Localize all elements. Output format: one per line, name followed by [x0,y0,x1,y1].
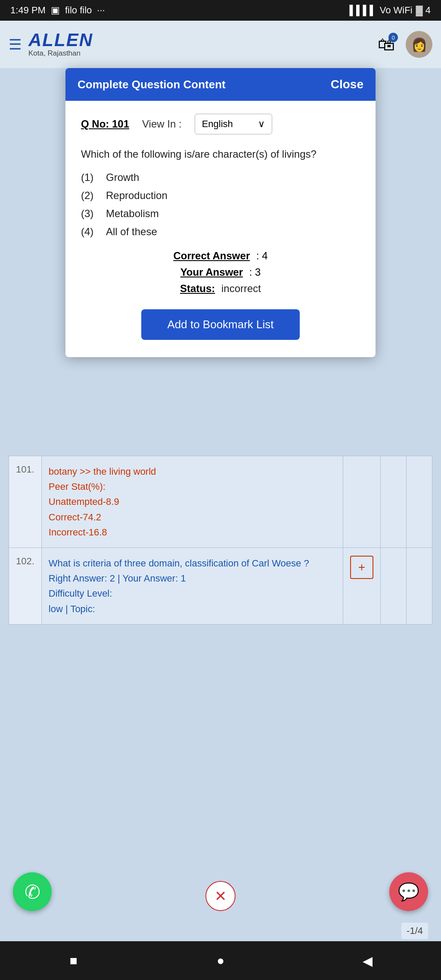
row-1-text: botany >> the living world Peer Stat(%):… [49,466,156,538]
option-1-num: (1) [81,171,99,184]
status-bar-left: 1:49 PM ▣ filo filo ··· [10,5,105,16]
modal: Complete Question Content Close Q No: 10… [65,68,376,357]
nav-home-icon: ● [217,953,224,968]
battery-icon: ▓ 4 [416,5,431,16]
option-4: (4) All of these [81,226,360,238]
logo-sub: Kota, Rajasthan [28,49,93,58]
option-4-text: All of these [106,226,157,238]
nav-left: ☰ ALLEN Kota, Rajasthan [9,31,93,58]
nav-square-icon: ■ [70,953,78,968]
options-list: (1) Growth (2) Reproduction (3) Metaboli… [81,171,360,238]
row-number-cell-2: 102. [9,548,42,624]
chevron-down-icon: ∨ [258,118,265,130]
row-col-5 [407,456,432,548]
option-4-num: (4) [81,226,99,238]
add-to-bookmark-button[interactable]: Add to Bookmark List [141,309,299,340]
signal-icon: ▌▌▌▌ [349,5,376,16]
option-3-num: (3) [81,208,99,220]
status-label: Status: [180,283,215,294]
row2-col-4 [381,548,407,624]
chat-icon: 💬 [398,882,419,902]
modal-body: Q No: 101 View In : English ∨ Which of t… [65,101,376,357]
row-number-cell: 101. [9,456,42,548]
nav-back-icon: ◀ [363,953,373,968]
avatar[interactable]: 👩 [406,31,432,58]
cart-button[interactable]: 🛍 0 [374,32,399,57]
nav-right: 🛍 0 👩 [374,31,432,58]
sim-icon: ▣ [51,5,60,16]
close-circle-button[interactable]: ✕ [205,881,236,911]
whatsapp-icon: ✆ [25,881,40,903]
modal-overlay: Complete Question Content Close Q No: 10… [0,68,441,357]
row-num-2: 102. [16,556,34,566]
nav-back-button[interactable]: ◀ [354,948,380,974]
allen-logo: ALLEN Kota, Rajasthan [28,31,93,58]
top-nav: ☰ ALLEN Kota, Rajasthan 🛍 0 👩 [0,21,441,68]
whatsapp-button[interactable]: ✆ [13,872,52,911]
correct-answer-row: Correct Answer : 4 [81,250,360,262]
page-indicator: -1/4 [401,923,428,939]
modal-header: Complete Question Content Close [65,68,376,101]
row-num-1: 101. [16,464,34,475]
status-bar: 1:49 PM ▣ filo filo ··· ▌▌▌▌ Vo WiFi ▓ 4 [0,0,441,21]
question-text: Which of the following is/are character(… [81,146,360,162]
row-col-4 [381,456,407,548]
table-row: 102. What is criteria of three domain, c… [9,548,432,624]
nav-home-button[interactable]: ● [208,948,233,974]
status-bar-right: ▌▌▌▌ Vo WiFi ▓ 4 [349,5,431,16]
hamburger-icon[interactable]: ☰ [9,36,22,53]
option-2-text: Reproduction [106,190,168,202]
option-1: (1) Growth [81,171,360,184]
row2-col-5 [407,548,432,624]
app-name: filo filo [65,5,92,16]
bookmark-icon-cell[interactable]: + [343,548,381,624]
correct-answer-value: : 4 [256,250,268,261]
option-1-text: Growth [106,171,139,184]
view-in-label: View In : [142,118,182,130]
background-table: 101. botany >> the living world Peer Sta… [9,456,432,625]
chat-button[interactable]: 💬 [389,872,428,911]
option-3-text: Metabolism [106,208,159,220]
logo-text: ALLEN [28,31,93,49]
status-value: incorrect [221,283,261,294]
background-content: 101. botany >> the living world Peer Sta… [0,456,441,625]
option-3: (3) Metabolism [81,208,360,220]
option-2: (2) Reproduction [81,190,360,202]
status-row: Status: incorrect [81,283,360,295]
time: 1:49 PM [10,5,46,16]
row-col-3 [343,456,381,548]
bookmark-add-icon[interactable]: + [350,556,373,579]
close-circle-icon: ✕ [214,887,227,905]
language-select[interactable]: English ∨ [195,114,272,134]
your-answer-row: Your Answer : 3 [81,266,360,278]
plus-icon: + [358,560,365,574]
answer-section: Correct Answer : 4 Your Answer : 3 Statu… [81,250,360,295]
bottom-nav: ■ ● ◀ [0,941,441,980]
row-content-1: botany >> the living world Peer Stat(%):… [41,456,343,548]
cart-badge: 0 [388,33,398,42]
table-row: 101. botany >> the living world Peer Sta… [9,456,432,548]
more-dots: ··· [97,5,105,16]
option-2-num: (2) [81,190,99,202]
q-number: Q No: 101 [81,118,129,130]
modal-close-button[interactable]: Close [331,78,363,91]
language-value: English [202,118,233,130]
q-number-row: Q No: 101 View In : English ∨ [81,114,360,134]
avatar-image: 👩 [411,37,427,52]
row-content-2: What is criteria of three domain, classi… [41,548,343,624]
row-2-text: What is criteria of three domain, classi… [49,558,309,614]
modal-title: Complete Question Content [78,78,226,91]
your-answer-value: : 3 [249,266,261,278]
your-answer-label: Your Answer [180,266,243,278]
correct-answer-label: Correct Answer [173,250,250,261]
nav-square-button[interactable]: ■ [61,948,87,974]
wifi-icon: Vo WiFi [380,5,413,16]
